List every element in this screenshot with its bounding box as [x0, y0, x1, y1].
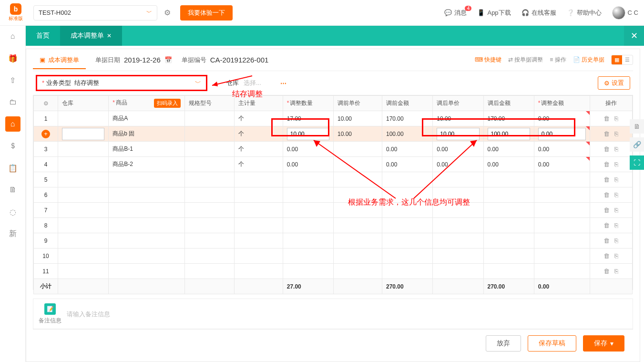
delete-row-icon[interactable]: 🗑: [603, 237, 610, 244]
table-row[interactable]: 9🗑⎘: [34, 233, 633, 248]
delete-row-icon[interactable]: 🗑: [603, 268, 610, 275]
table-row[interactable]: 5🗑⎘: [34, 172, 633, 187]
delete-row-icon[interactable]: 🗑: [603, 176, 610, 183]
svg-marker-1: [212, 82, 218, 86]
chevron-down-icon: ﹀: [195, 79, 201, 87]
copy-row-icon[interactable]: ⎘: [614, 161, 618, 168]
dock-note-icon[interactable]: 🗎: [630, 119, 644, 134]
view-toggle[interactable]: ▦☰: [611, 55, 633, 65]
qty-input[interactable]: [287, 128, 329, 140]
save-button[interactable]: 保存▾: [583, 335, 624, 352]
dock-expand-icon[interactable]: ⛶: [630, 155, 644, 170]
nav-new-icon[interactable]: 新: [5, 226, 20, 241]
operate-link[interactable]: ≡ 操作: [550, 56, 566, 64]
copy-row-icon[interactable]: ⎘: [614, 237, 618, 244]
copy-row-icon[interactable]: ⎘: [614, 130, 618, 137]
nav-circle-icon[interactable]: ◌: [5, 204, 20, 219]
subtotal-row: 小计 27.00 270.00 270.00 0.00: [34, 279, 633, 294]
delete-row-icon[interactable]: 🗑: [603, 161, 610, 168]
discard-button[interactable]: 放弃: [486, 335, 521, 352]
settings-button[interactable]: ⚙设置: [598, 76, 630, 90]
nav-home-icon[interactable]: ⌂: [5, 29, 20, 44]
add-row-icon[interactable]: +: [41, 130, 50, 138]
by-bill-link[interactable]: ⇄ 按单据调整: [508, 56, 543, 64]
user-menu[interactable]: C C: [612, 6, 638, 20]
table-row[interactable]: 7🗑⎘: [34, 203, 633, 218]
delete-row-icon[interactable]: 🗑: [603, 145, 610, 153]
copy-row-icon[interactable]: ⎘: [614, 191, 618, 198]
doc-title-tab[interactable]: ▣ 成本调整单: [33, 51, 86, 69]
nav-up-icon[interactable]: ⇧: [5, 72, 20, 88]
copy-row-icon[interactable]: ⎘: [614, 268, 618, 275]
headset-icon: 🎧: [521, 9, 529, 16]
copy-row-icon[interactable]: ⎘: [614, 222, 618, 229]
nav-bag-icon[interactable]: 🗀: [5, 94, 20, 110]
shortcut-link[interactable]: ⌨ 快捷键: [475, 56, 501, 64]
topbar-right: 💬 消息 4 📱 App下载 🎧 在线客服 ❔ 帮助中心 C C: [444, 6, 638, 20]
history-link[interactable]: 📄 历史单据: [573, 56, 604, 64]
post-price-input[interactable]: [437, 128, 479, 140]
adjust-icon: ⇄: [508, 56, 514, 63]
table-row[interactable]: 1商品A个17.0010.00170.0010.00170.000.00🗑⎘: [34, 111, 633, 126]
calendar-icon[interactable]: 📅: [164, 56, 172, 63]
messages-link[interactable]: 💬 消息 4: [444, 9, 467, 17]
warehouse-select[interactable]: 仓库 选择...: [226, 79, 261, 87]
delete-row-icon[interactable]: 🗑: [603, 222, 610, 229]
org-selector[interactable]: TEST-H002 ﹀: [33, 5, 157, 21]
copy-row-icon[interactable]: ⎘: [614, 176, 618, 183]
business-type-select[interactable]: 业务类型 结存调整 ﹀: [36, 75, 207, 91]
copy-row-icon[interactable]: ⎘: [614, 145, 618, 153]
delete-row-icon[interactable]: 🗑: [603, 252, 610, 259]
tab-cost-adjust[interactable]: 成本调整单 ✕: [60, 26, 122, 46]
close-all-tabs[interactable]: ✕: [624, 26, 644, 46]
gear-icon[interactable]: ⚙: [164, 8, 171, 17]
nav-report-icon[interactable]: 🗎: [5, 182, 20, 197]
right-dock: 🗎 🔗 ⛶: [630, 119, 644, 170]
nav-money-icon[interactable]: ＄: [5, 138, 20, 154]
nav-clipboard-icon[interactable]: 📋: [5, 160, 20, 176]
table-row[interactable]: 8🗑⎘: [34, 218, 633, 233]
org-name: TEST-H002: [39, 9, 71, 16]
delete-row-icon[interactable]: 🗑: [603, 115, 610, 122]
copy-row-icon[interactable]: ⎘: [614, 252, 618, 259]
history-icon: 📄: [573, 56, 582, 63]
more-icon[interactable]: ⋯: [280, 80, 287, 87]
table-row[interactable]: 6🗑⎘: [34, 187, 633, 203]
nav-warehouse-icon[interactable]: ⌂: [5, 116, 20, 132]
grid-view-icon[interactable]: ▦: [612, 55, 622, 64]
app-download-link[interactable]: 📱 App下载: [477, 9, 511, 17]
table-row[interactable]: +商品b 固个10.00100.00🗑⎘: [34, 126, 633, 142]
tab-home[interactable]: 首页: [26, 26, 60, 46]
filter-row: 业务类型 结存调整 ﹀ 仓库 选择... ⋯ ⚙设置 结存调整: [33, 71, 633, 95]
delete-row-icon[interactable]: 🗑: [603, 207, 610, 214]
keyboard-icon: ⌨: [475, 56, 484, 63]
table-row[interactable]: 3商品B-1个0.000.000.000.000.00🗑⎘: [34, 142, 633, 157]
copy-row-icon[interactable]: ⎘: [614, 115, 618, 122]
adj-amount-input[interactable]: [538, 128, 586, 140]
warehouse-input[interactable]: [62, 128, 104, 140]
scan-button[interactable]: 扫码录入: [154, 99, 181, 108]
support-link[interactable]: 🎧 在线客服: [521, 9, 556, 17]
delete-row-icon[interactable]: 🗑: [603, 130, 610, 137]
logo: b 标准版: [6, 3, 26, 23]
doc-number: 单据编号 CA-20191226-001: [182, 56, 269, 64]
delete-row-icon[interactable]: 🗑: [603, 191, 610, 198]
experience-button[interactable]: 我要体验一下: [180, 5, 233, 21]
content: ▣ 成本调整单 单据日期 2019-12-26 📅 单据编号 CA-201912…: [26, 49, 640, 362]
post-amount-input[interactable]: [488, 128, 530, 140]
message-badge: 4: [465, 6, 471, 11]
save-draft-button[interactable]: 保存草稿: [528, 335, 576, 352]
list-view-icon[interactable]: ☰: [622, 55, 633, 64]
help-link[interactable]: ❔ 帮助中心: [567, 9, 602, 17]
remark-section: 📝 备注信息: [33, 299, 633, 329]
menu-icon: ≡: [550, 56, 554, 63]
nav-gift-icon[interactable]: 🎁: [5, 51, 20, 66]
table-row[interactable]: 4商品B-2个0.000.000.000.000.00🗑⎘: [34, 157, 633, 172]
table-row[interactable]: 11🗑⎘: [34, 264, 633, 279]
copy-row-icon[interactable]: ⎘: [614, 207, 618, 214]
close-icon[interactable]: ✕: [107, 32, 112, 39]
table-row[interactable]: 10🗑⎘: [34, 248, 633, 264]
remark-input[interactable]: [67, 310, 633, 318]
dock-link-icon[interactable]: 🔗: [630, 137, 644, 152]
gear-icon[interactable]: ⚙: [43, 100, 49, 107]
